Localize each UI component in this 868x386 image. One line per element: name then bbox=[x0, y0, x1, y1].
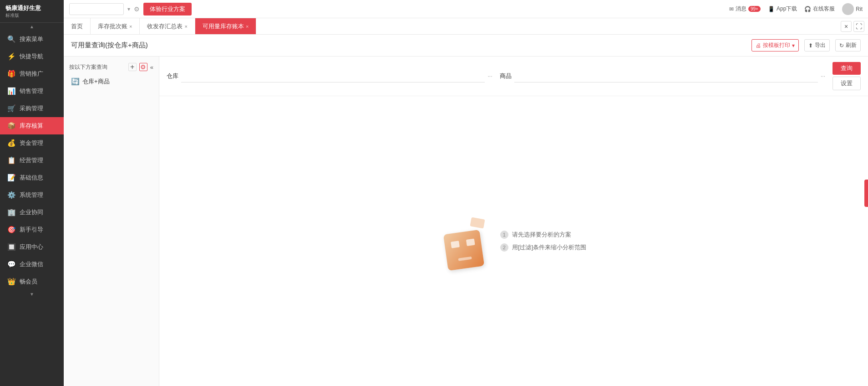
tab-summary-label: 收发存汇总表 bbox=[147, 22, 183, 31]
sidebar-item-label: 企业协同 bbox=[20, 208, 43, 216]
page-title: 可用量查询(按仓库+商品) bbox=[71, 41, 148, 50]
tab-batch-close[interactable]: × bbox=[129, 24, 132, 29]
sidebar-scroll-up[interactable]: ▲ bbox=[0, 23, 64, 31]
tabs-actions: × ⛶ bbox=[841, 18, 868, 34]
collapse-panel-button[interactable]: « bbox=[150, 64, 153, 71]
message-label: 消息 bbox=[736, 5, 746, 13]
scheme-item-label: 仓库+商品 bbox=[82, 77, 110, 86]
message-badge: 99+ bbox=[748, 6, 761, 12]
sidebar-item-marketing[interactable]: 🎁 营销推广 bbox=[0, 65, 64, 82]
app-download-label: App下载 bbox=[777, 5, 797, 13]
empty-illustration bbox=[441, 218, 487, 264]
topbar-search-area bbox=[69, 3, 124, 15]
page-header-actions: 🖨 按模板打印 ▾ ⬆ 导出 ↻ 刷新 bbox=[751, 39, 861, 51]
sidebar-item-search[interactable]: 🔍 搜索菜单 bbox=[0, 31, 64, 48]
user-profile[interactable]: Rit bbox=[842, 3, 863, 15]
tab-available[interactable]: 可用量库存账本 × bbox=[195, 18, 256, 34]
export-button[interactable]: ⬆ 导出 bbox=[804, 39, 830, 51]
sidebar-item-appstore[interactable]: 🔲 应用中心 bbox=[0, 238, 64, 256]
basic-icon: 📝 bbox=[7, 174, 16, 182]
search-input[interactable] bbox=[69, 3, 124, 15]
print-label: 按模板打印 bbox=[763, 41, 790, 49]
app-download-button[interactable]: 📱 App下载 bbox=[768, 5, 797, 13]
right-scrollbar bbox=[864, 180, 868, 207]
left-panel-header-actions: + ⚙ « bbox=[128, 63, 153, 71]
sidebar-item-member[interactable]: 👑 畅会员 bbox=[0, 273, 64, 290]
sales-icon: 📊 bbox=[7, 87, 16, 95]
sidebar-item-inventory[interactable]: 📦 库存核算 bbox=[0, 117, 64, 134]
sidebar-item-basic[interactable]: 📝 基础信息 bbox=[0, 169, 64, 186]
system-icon: ⚙️ bbox=[7, 191, 16, 199]
message-button[interactable]: ✉ 消息 99+ bbox=[729, 5, 761, 13]
scheme-item-warehouse-product[interactable]: 🔄 仓库+商品 bbox=[64, 74, 159, 89]
tabs-close-button[interactable]: × bbox=[841, 21, 852, 32]
print-icon: 🖨 bbox=[756, 42, 761, 49]
sidebar-logo-title: 畅康通好生意 bbox=[5, 5, 58, 12]
username-label: Rit bbox=[856, 6, 863, 12]
warehouse-filter-input[interactable] bbox=[181, 70, 485, 82]
search-icon: 🔍 bbox=[7, 35, 16, 43]
tab-home[interactable]: 首页 bbox=[64, 18, 91, 34]
gear-icon[interactable]: ⚙ bbox=[134, 5, 140, 13]
avatar bbox=[842, 3, 854, 15]
topbar-right: ✉ 消息 99+ 📱 App下载 🎧 在线客服 Rit bbox=[729, 3, 863, 15]
industry-solution-button[interactable]: 体验行业方案 bbox=[143, 3, 192, 15]
sidebar-item-operations[interactable]: 📋 经营管理 bbox=[0, 152, 64, 169]
empty-state: 1 请先选择要分析的方案 2 用[过滤]条件来缩小分析范围 bbox=[159, 96, 868, 386]
refresh-button[interactable]: ↻ 刷新 bbox=[835, 39, 861, 51]
member-icon: 👑 bbox=[7, 278, 16, 286]
app-download-icon: 📱 bbox=[768, 6, 775, 12]
product-more-button[interactable]: ··· bbox=[821, 73, 825, 79]
export-label: 导出 bbox=[815, 41, 826, 49]
page-header: 可用量查询(按仓库+商品) 🖨 按模板打印 ▾ ⬆ 导出 ↻ 刷新 bbox=[64, 35, 868, 57]
empty-tips: 1 请先选择要分析的方案 2 用[过滤]条件来缩小分析范围 bbox=[500, 231, 586, 252]
tab-batch[interactable]: 库存批次账 × bbox=[91, 18, 140, 34]
online-service-label: 在线客服 bbox=[813, 5, 835, 13]
purchase-icon: 🛒 bbox=[7, 104, 16, 113]
product-filter-input[interactable] bbox=[514, 70, 818, 82]
query-area: 按以下方案查询 + ⚙ « 🔄 仓库+商品 仓库 bbox=[64, 57, 868, 386]
sidebar-logo: 畅康通好生意 标准版 bbox=[0, 0, 64, 23]
chevron-down-icon[interactable]: ▾ bbox=[127, 6, 130, 12]
sidebar-item-wechat[interactable]: 💬 企业微信 bbox=[0, 256, 64, 273]
guide-icon: 🎯 bbox=[7, 226, 16, 234]
filter-row: 仓库 ··· 商品 ··· 查询 设置 bbox=[159, 57, 868, 96]
sidebar-item-label: 销售管理 bbox=[20, 87, 43, 95]
sidebar-item-guide[interactable]: 🎯 新手引导 bbox=[0, 221, 64, 238]
tab-summary[interactable]: 收发存汇总表 × bbox=[140, 18, 195, 34]
content-area: 可用量查询(按仓库+商品) 🖨 按模板打印 ▾ ⬆ 导出 ↻ 刷新 bbox=[64, 35, 868, 386]
sidebar-scroll-down[interactable]: ▼ bbox=[0, 290, 64, 298]
sidebar-item-sales[interactable]: 📊 销售管理 bbox=[0, 82, 64, 100]
sidebar-item-label: 库存核算 bbox=[20, 122, 43, 130]
empty-tip-2: 2 用[过滤]条件来缩小分析范围 bbox=[500, 243, 586, 252]
sidebar-item-system[interactable]: ⚙️ 系统管理 bbox=[0, 186, 64, 204]
refresh-icon: ↻ bbox=[839, 42, 844, 49]
print-button[interactable]: 🖨 按模板打印 ▾ bbox=[751, 39, 799, 51]
tip-num-1: 1 bbox=[500, 231, 508, 239]
left-panel-title: 按以下方案查询 bbox=[69, 63, 107, 71]
product-filter-label: 商品 bbox=[500, 72, 512, 80]
main-area: ▾ ⚙ 体验行业方案 ✉ 消息 99+ 📱 App下载 🎧 在线客服 Rit bbox=[64, 0, 868, 386]
sidebar-item-label: 企业微信 bbox=[20, 260, 43, 268]
query-button[interactable]: 查询 bbox=[832, 62, 861, 75]
sidebar-item-label: 搜索菜单 bbox=[20, 35, 43, 43]
sidebar-item-finance[interactable]: 💰 资金管理 bbox=[0, 134, 64, 152]
sidebar-logo-sub: 标准版 bbox=[5, 12, 58, 19]
refresh-label: 刷新 bbox=[846, 41, 857, 49]
tip-text-1: 请先选择要分析的方案 bbox=[512, 231, 571, 239]
settings-button[interactable]: 设置 bbox=[832, 77, 861, 90]
online-service-button[interactable]: 🎧 在线客服 bbox=[804, 5, 835, 13]
sidebar-item-shortcut[interactable]: ⚡ 快捷导航 bbox=[0, 48, 64, 65]
online-service-icon: 🎧 bbox=[804, 6, 811, 12]
tabs-expand-button[interactable]: ⛶ bbox=[853, 21, 864, 32]
tab-summary-close[interactable]: × bbox=[184, 24, 187, 29]
empty-tip-1: 1 请先选择要分析的方案 bbox=[500, 231, 586, 239]
warehouse-more-button[interactable]: ··· bbox=[487, 73, 492, 79]
sidebar-item-enterprise[interactable]: 🏢 企业协同 bbox=[0, 204, 64, 221]
scheme-settings-button[interactable]: ⚙ bbox=[139, 63, 147, 71]
tab-available-close[interactable]: × bbox=[246, 24, 249, 29]
export-icon: ⬆ bbox=[808, 42, 813, 49]
add-scheme-button[interactable]: + bbox=[128, 63, 137, 71]
sidebar-item-purchase[interactable]: 🛒 采购管理 bbox=[0, 100, 64, 117]
tab-home-label: 首页 bbox=[71, 22, 83, 31]
